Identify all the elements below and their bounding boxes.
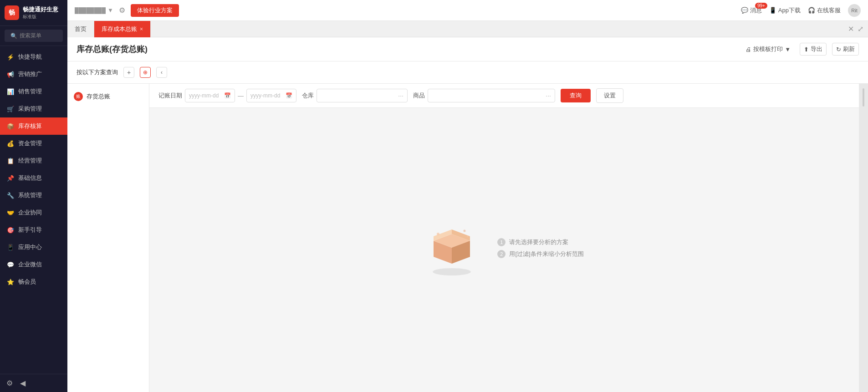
calendar-icon: 📅 [224, 92, 231, 99]
footer-settings-icon[interactable]: ⚙ [6, 379, 13, 387]
left-panel-item-inventory-ledger[interactable]: 账 存货总账 [67, 88, 149, 105]
topbar-left: ████████ ▼ ⚙ 体验行业方案 [75, 4, 736, 17]
warehouse-more-icon[interactable]: ··· [398, 92, 403, 99]
topbar-settings-button[interactable]: ⚙ [117, 4, 127, 16]
user-avatar[interactable]: Rit [848, 4, 861, 17]
page-actions: 🖨 按模板打印 ▼ ⬆ 导出 ↻ 刷新 [742, 43, 859, 56]
calendar-end-icon: 📅 [286, 92, 292, 99]
goods-label: 商品 [413, 92, 425, 100]
empty-state: 1 请先选择要分析的方案 2 用[过滤]条件来缩小分析范围 [149, 108, 859, 392]
message-button[interactable]: 💬 消息 99+ [741, 6, 762, 15]
filter-add-button[interactable]: + [123, 67, 134, 78]
date-filter-group: 记账日期 yyyy-mm-dd 📅 — yyyy-mm-dd 📅 [158, 89, 296, 102]
refresh-button[interactable]: ↻ 刷新 [832, 43, 859, 56]
sidebar-item-operations[interactable]: 📋 经营管理 [0, 152, 67, 169]
sidebar-item-newbie[interactable]: 🎯 新手引导 [0, 221, 67, 239]
sidebar-item-sales[interactable]: 📊 销售管理 [0, 83, 67, 100]
date-separator: — [238, 92, 244, 99]
topbar-company[interactable]: ████████ ▼ [75, 7, 113, 14]
online-support-button[interactable]: 🎧 在线客服 [808, 6, 841, 15]
enterprise-wechat-icon: 💬 [6, 260, 15, 269]
filter-collapse-button[interactable]: ‹ [156, 67, 167, 78]
purchase-icon: 🛒 [6, 105, 15, 113]
sidebar-search-area[interactable]: 🔍 搜索菜单 [0, 26, 67, 46]
inventory-icon: 📦 [6, 122, 15, 130]
sidebar-item-inventory[interactable]: 📦 库存核算 [0, 117, 67, 135]
filter-scheme-area: 按以下方案查询 + ⊕ ‹ [67, 61, 868, 84]
right-panel [859, 84, 868, 392]
logo-icon: 畅 [5, 5, 19, 20]
sidebar-item-quick-nav[interactable]: ⚡ 快捷导航 [0, 48, 67, 66]
tab-expand-icon[interactable]: ⤢ [858, 25, 863, 33]
sidebar-item-system[interactable]: 🔧 系统管理 [0, 187, 67, 204]
date-label: 记账日期 [158, 92, 182, 100]
settings-button[interactable]: 设置 [596, 88, 623, 103]
refresh-icon: ↻ [836, 46, 841, 53]
tab-close-icon[interactable]: × [140, 26, 143, 32]
topbar-right: 💬 消息 99+ 📱 App下载 🎧 在线客服 Rit [741, 4, 861, 17]
sidebar-nav: ⚡ 快捷导航 📢 营销推广 📊 销售管理 🛒 采购管理 📦 库存核算 💰 资金管… [0, 46, 67, 374]
filter-toggle-button[interactable]: ⊕ [140, 67, 151, 78]
svg-point-8 [464, 230, 466, 232]
sidebar-item-finance[interactable]: 💰 资金管理 [0, 135, 67, 152]
sidebar-footer: ⚙ ◀ [0, 374, 67, 392]
empty-hint-2: 2 用[过滤]条件来缩小分析范围 [497, 250, 583, 258]
newbie-icon: 🎯 [6, 226, 15, 234]
app-download-button[interactable]: 📱 App下载 [769, 6, 801, 15]
warehouse-filter-group: 仓库 ··· [302, 89, 408, 102]
svg-point-0 [433, 268, 471, 275]
quick-nav-icon: ⚡ [6, 53, 15, 61]
membership-icon: ⭐ [6, 278, 15, 286]
page-content: 库存总账(存货总账) 🖨 按模板打印 ▼ ⬆ 导出 ↻ 刷新 按以下方案查询 [67, 37, 868, 392]
sidebar-item-app-center[interactable]: 📱 应用中心 [0, 239, 67, 256]
operations-icon: 📋 [6, 157, 15, 165]
enterprise-icon: 🤝 [6, 209, 15, 217]
filter-label: 按以下方案查询 [77, 68, 118, 76]
finance-icon: 💰 [6, 139, 15, 148]
sidebar-logo: 畅 畅捷通好生意 标准版 [0, 0, 67, 26]
logo-text: 畅捷通好生意 标准版 [23, 6, 58, 20]
tab-inventory-cost[interactable]: 库存成本总账 × [94, 21, 151, 37]
goods-more-icon[interactable]: ··· [546, 92, 551, 99]
footer-collapse-icon[interactable]: ◀ [20, 379, 26, 387]
page-header: 库存总账(存货总账) 🖨 按模板打印 ▼ ⬆ 导出 ↻ 刷新 [67, 37, 868, 61]
empty-illustration-svg [424, 223, 479, 277]
right-panel-handle[interactable] [863, 88, 864, 107]
export-button[interactable]: ⬆ 导出 [800, 43, 827, 56]
warehouse-select[interactable]: ··· [317, 89, 408, 102]
query-button[interactable]: 查询 [561, 89, 591, 102]
sidebar-item-membership[interactable]: ⭐ 畅会员 [0, 273, 67, 290]
tabs-bar: 首页 库存成本总账 × ✕ ⤢ [67, 21, 868, 37]
sidebar-item-enterprise-wechat[interactable]: 💬 企业微信 [0, 256, 67, 273]
marketing-icon: 📢 [6, 70, 15, 78]
tab-home[interactable]: 首页 [67, 21, 94, 37]
basic-info-icon: 📌 [6, 174, 15, 182]
filter-row: 记账日期 yyyy-mm-dd 📅 — yyyy-mm-dd 📅 仓库 [149, 84, 859, 108]
date-end-input[interactable]: yyyy-mm-dd 📅 [246, 89, 296, 102]
print-button[interactable]: 🖨 按模板打印 ▼ [742, 43, 794, 55]
hint-num-1: 1 [497, 238, 505, 246]
content-body: 账 存货总账 记账日期 yyyy-mm-dd 📅 — [67, 84, 868, 392]
left-panel: 账 存货总账 [67, 84, 149, 392]
goods-filter-group: 商品 ··· [413, 89, 555, 102]
sidebar-item-basic-info[interactable]: 📌 基础信息 [0, 169, 67, 187]
chevron-down-icon: ▼ [107, 7, 113, 14]
trial-button[interactable]: 体验行业方案 [131, 4, 179, 17]
svg-point-6 [437, 233, 439, 235]
message-icon: 💬 [741, 7, 748, 14]
empty-text: 1 请先选择要分析的方案 2 用[过滤]条件来缩小分析范围 [497, 238, 583, 262]
system-icon: 🔧 [6, 191, 15, 199]
goods-select[interactable]: ··· [428, 89, 555, 102]
print-dropdown-icon[interactable]: ▼ [785, 46, 791, 53]
sidebar-item-marketing[interactable]: 📢 营销推广 [0, 66, 67, 83]
tab-close-main-icon[interactable]: ✕ [848, 25, 854, 33]
sales-icon: 📊 [6, 87, 15, 96]
sidebar-item-purchase[interactable]: 🛒 采购管理 [0, 100, 67, 117]
date-start-input[interactable]: yyyy-mm-dd 📅 [185, 89, 235, 102]
sidebar-item-enterprise[interactable]: 🤝 企业协同 [0, 204, 67, 221]
mobile-icon: 📱 [769, 7, 776, 14]
empty-hint-1: 1 请先选择要分析的方案 [497, 238, 583, 246]
main-area: ████████ ▼ ⚙ 体验行业方案 💬 消息 99+ 📱 App下载 🎧 在… [67, 0, 868, 392]
message-badge: 99+ [755, 3, 767, 9]
sidebar-search-button[interactable]: 🔍 搜索菜单 [5, 30, 63, 42]
